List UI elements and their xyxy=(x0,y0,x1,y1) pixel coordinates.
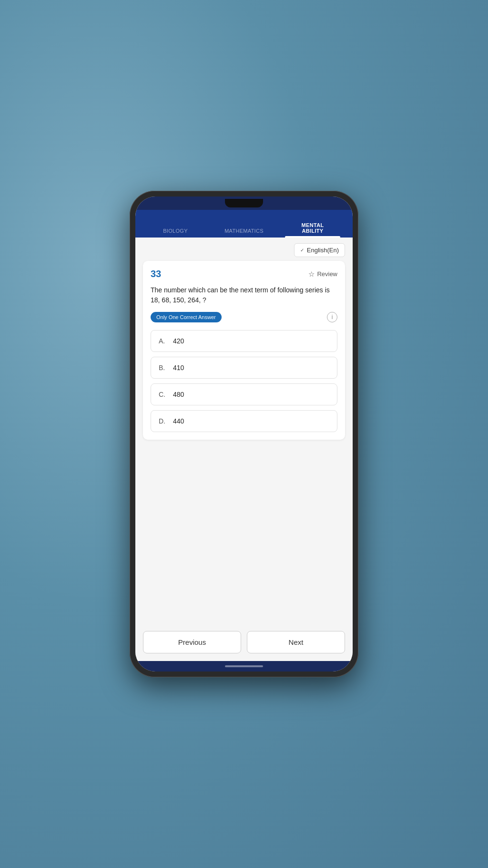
question-card: 33 ☆ Review The number which can be the … xyxy=(143,261,345,440)
option-d-label: D. xyxy=(159,417,167,425)
info-icon[interactable]: i xyxy=(327,312,337,322)
option-b-label: B. xyxy=(159,364,167,372)
tab-mathematics[interactable]: MATHEMATICS xyxy=(210,223,278,238)
review-button[interactable]: ☆ Review xyxy=(308,270,337,279)
question-number: 33 xyxy=(151,269,161,279)
chevron-icon: ✓ xyxy=(300,248,304,253)
language-label: English(En) xyxy=(307,247,339,254)
tab-biology[interactable]: BIOLOGY xyxy=(141,223,210,238)
tab-mental-ability[interactable]: MENTAL ABILITY xyxy=(278,217,347,238)
next-button[interactable]: Next xyxy=(247,631,345,653)
camera-notch xyxy=(225,199,263,207)
previous-button[interactable]: Previous xyxy=(143,631,241,653)
option-a-value: 420 xyxy=(173,337,184,345)
option-d-value: 440 xyxy=(173,417,184,425)
options-list: A. 420 B. 410 C. 480 D. 440 xyxy=(151,330,337,432)
status-bar xyxy=(135,196,353,210)
navigation-buttons: Previous Next xyxy=(135,623,353,661)
option-a-label: A. xyxy=(159,337,167,345)
language-selector[interactable]: ✓ English(En) xyxy=(294,243,345,257)
home-indicator xyxy=(135,661,353,672)
option-c-label: C. xyxy=(159,391,167,398)
home-bar xyxy=(225,665,263,667)
phone-device: BIOLOGY MATHEMATICS MENTAL ABILITY ✓ Eng… xyxy=(130,191,358,677)
question-header: 33 ☆ Review xyxy=(151,269,337,279)
option-c[interactable]: C. 480 xyxy=(151,383,337,405)
tab-bar: BIOLOGY MATHEMATICS MENTAL ABILITY xyxy=(135,210,353,238)
option-d[interactable]: D. 440 xyxy=(151,410,337,432)
language-selector-row: ✓ English(En) xyxy=(135,238,353,261)
option-b[interactable]: B. 410 xyxy=(151,357,337,379)
option-a[interactable]: A. 420 xyxy=(151,330,337,352)
content-area: ✓ English(En) 33 ☆ Review The number whi… xyxy=(135,238,353,661)
answer-type-badge: Only One Correct Answer xyxy=(151,312,222,322)
option-c-value: 480 xyxy=(173,391,184,398)
star-icon: ☆ xyxy=(308,270,315,279)
phone-screen: BIOLOGY MATHEMATICS MENTAL ABILITY ✓ Eng… xyxy=(135,196,353,672)
question-text: The number which can be the next term of… xyxy=(151,285,337,305)
option-b-value: 410 xyxy=(173,364,184,372)
review-label: Review xyxy=(317,270,337,278)
answer-type-row: Only One Correct Answer i xyxy=(151,312,337,322)
